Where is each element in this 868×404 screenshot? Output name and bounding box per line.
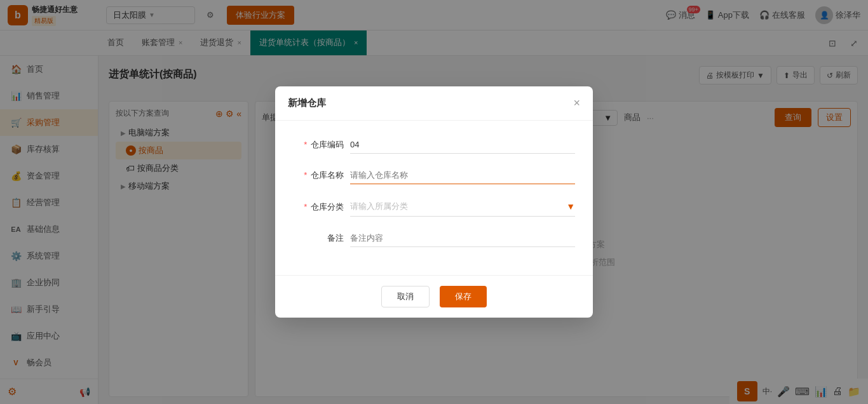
- modal-close-icon[interactable]: ×: [573, 97, 580, 110]
- form-row-name: * 仓库名称: [293, 166, 575, 184]
- category-chevron-icon: ▼: [566, 201, 575, 212]
- modal-footer: 取消 保存: [275, 275, 593, 318]
- modal-overlay: 新增仓库 × * 仓库编码 * 仓库名称: [0, 0, 868, 404]
- modal-body: * 仓库编码 * 仓库名称 * 仓库分类 请输入: [275, 121, 593, 275]
- category-select[interactable]: 请输入所属分类 ▼: [350, 197, 575, 217]
- modal-header: 新增仓库 ×: [275, 86, 593, 121]
- remark-input[interactable]: [350, 229, 575, 247]
- category-label: * 仓库分类: [293, 201, 344, 213]
- code-label: * 仓库编码: [293, 139, 344, 151]
- save-button[interactable]: 保存: [440, 286, 487, 307]
- remark-label: 备注: [293, 232, 344, 244]
- form-row-category: * 仓库分类 请输入所属分类 ▼: [293, 197, 575, 217]
- new-warehouse-modal: 新增仓库 × * 仓库编码 * 仓库名称: [275, 86, 593, 318]
- warehouse-code-input[interactable]: [350, 136, 575, 154]
- form-row-remark: 备注: [293, 229, 575, 247]
- cancel-button[interactable]: 取消: [381, 286, 430, 307]
- warehouse-name-input[interactable]: [350, 166, 575, 184]
- modal-title: 新增仓库: [288, 97, 326, 109]
- form-row-code: * 仓库编码: [293, 136, 575, 154]
- name-label: * 仓库名称: [293, 170, 344, 181]
